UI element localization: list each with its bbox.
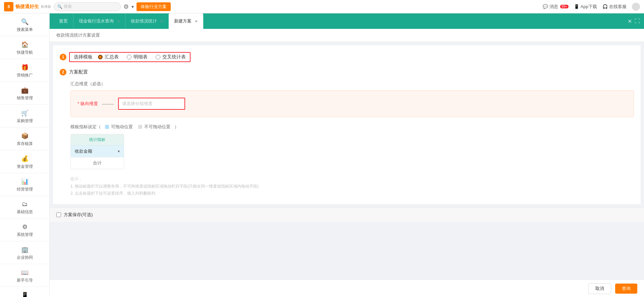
settings-icon[interactable]: ⚙ — [123, 3, 129, 10]
sidebar-label-finance: 资金管理 — [17, 164, 33, 169]
sidebar-item-hardware[interactable]: 📱 智能硬件 — [0, 287, 49, 297]
content-area: 首页 现金银行流水查询 ✕ 收款情况统计 ✕ 新建方案 ✕ ✕ ⛶ — [50, 13, 644, 297]
search-placeholder: 搜索 — [64, 4, 72, 9]
sidebar-label-nav: 快捷导航 — [17, 50, 33, 55]
section1-num: 1 — [60, 54, 66, 60]
tab-bank[interactable]: 现金银行流水查询 ✕ — [73, 13, 125, 29]
phone-icon: 📱 — [21, 292, 29, 297]
radio-summary-label: 汇总表 — [105, 54, 119, 60]
gear-icon: ⚙ — [22, 223, 28, 231]
sidebar-label-system: 系统管理 — [17, 232, 33, 238]
tab-home-label: 首页 — [59, 18, 68, 24]
tab-expand-icon[interactable]: ⛶ — [635, 18, 640, 24]
indicator-dropdown-icon[interactable]: ▾ — [118, 149, 120, 154]
radio-detail-label: 明细表 — [133, 54, 148, 60]
search-menu-icon: 🔍 — [21, 18, 29, 26]
tab-bank-close[interactable]: ✕ — [117, 19, 120, 23]
sidebar-item-system[interactable]: ⚙ 系统管理 — [0, 218, 49, 241]
tab-new-close[interactable]: ✕ — [195, 19, 198, 23]
service-item[interactable]: 🎧 在线客服 — [602, 4, 627, 10]
save-section: 方案保存(可选) — [50, 207, 644, 222]
indicator-table-header: 统计指标 — [71, 134, 124, 145]
legend-draggable-label: 可拖动位置 — [111, 124, 133, 130]
sidebar-label-basic: 基础信息 — [17, 209, 33, 215]
tab-bank-label: 现金银行流水查询 — [79, 18, 114, 24]
sidebar-item-search[interactable]: 🔍 搜索菜单 — [0, 13, 49, 36]
sidebar-item-purchase[interactable]: 🛒 采购管理 — [0, 105, 49, 128]
form-area: 1 选择模板 汇总表 明细表 — [53, 45, 641, 204]
building-icon: 🏢 — [21, 246, 29, 253]
radio-summary[interactable]: 汇总表 — [98, 54, 119, 60]
indicator-cell-amount[interactable]: 收款金额 ▾ — [71, 145, 124, 157]
tab-home[interactable]: 首页 — [54, 13, 73, 29]
sidebar-label-sales: 销售管理 — [17, 95, 33, 101]
sidebar-item-nav[interactable]: 🏠 快捷导航 — [0, 36, 49, 59]
book-icon: 📖 — [21, 269, 29, 276]
indicator-label: 收款金额 — [75, 148, 92, 154]
sidebar-item-inventory[interactable]: 📦 库存核算 — [0, 128, 49, 150]
industry-btn[interactable]: 体验行业方案 — [137, 2, 171, 11]
cancel-button[interactable]: 取消 — [588, 283, 611, 294]
briefcase-icon: 💼 — [21, 87, 29, 94]
tab-bar-actions: ✕ ⛶ — [628, 18, 640, 24]
notification-label: 消息 — [549, 4, 558, 10]
tab-receipt[interactable]: 收款情况统计 ✕ — [125, 13, 169, 29]
radio-detail[interactable]: 明细表 — [127, 54, 148, 60]
sidebar-item-guide[interactable]: 📖 新手引导 — [0, 264, 49, 287]
notification-item[interactable]: 💬 消息 99+ — [543, 4, 569, 10]
logo-text: 畅捷通好生 — [15, 4, 39, 10]
section1-label: 选择模板 汇总表 明细表 — [69, 52, 191, 62]
sidebar-item-corp[interactable]: 🏢 企业协同 — [0, 241, 49, 264]
dim-input[interactable]: 请选择分组维度 — [118, 98, 185, 110]
sidebar-item-basic[interactable]: 🗂 基础信息 — [0, 196, 49, 218]
section1-title: 1 选择模板 汇总表 明细表 — [60, 52, 634, 62]
radio-cross-label: 交叉统计表 — [162, 54, 186, 60]
indicator-table: 统计指标 收款金额 ▾ 合计 — [70, 134, 124, 169]
dim-title-text: 汇总维度（必选） — [70, 81, 105, 86]
page-header-text: 收款情况统计方案设置 — [56, 33, 100, 38]
section2-num: 2 — [60, 69, 66, 76]
tab-receipt-close[interactable]: ✕ — [160, 19, 163, 23]
legend-dot-non-draggable — [138, 125, 142, 129]
download-item[interactable]: 📱 App下载 — [574, 4, 597, 10]
download-icon: 📱 — [574, 4, 579, 9]
radio-summary-input[interactable] — [98, 55, 103, 59]
top-actions: 💬 消息 99+ 📱 App下载 🎧 在线客服 — [543, 3, 640, 11]
dimension-area: * 纵向维度 —— 请选择分组维度 — [70, 90, 634, 117]
section2: 2 方案配置 汇总维度（必选） * 纵向维度 —— 请选择分组维度 — [60, 69, 634, 197]
dim-arrow: —— — [102, 100, 114, 107]
tab-receipt-label: 收款情况统计 — [131, 18, 157, 24]
service-icon: 🎧 — [602, 4, 608, 9]
radio-cross-input[interactable] — [156, 55, 160, 59]
section1-text: 选择模板 — [74, 54, 93, 60]
legend-non-draggable-label: 不可拖动位置 — [144, 124, 170, 130]
tips-title: 提示： — [70, 177, 83, 181]
sidebar-label-operation: 经营管理 — [17, 187, 33, 192]
radio-cross[interactable]: 交叉统计表 — [156, 54, 186, 60]
chart-icon: 📊 — [21, 178, 29, 185]
query-button[interactable]: 查询 — [615, 284, 637, 294]
dropdown-icon[interactable]: ▾ — [131, 4, 134, 9]
sidebar-label-corp: 企业协同 — [17, 255, 33, 260]
tab-new[interactable]: 新建方案 ✕ — [169, 13, 203, 29]
dim-section-title: 汇总维度（必选） — [70, 81, 634, 87]
user-item[interactable] — [632, 3, 640, 11]
notification-icon: 💬 — [543, 4, 548, 9]
radio-detail-input[interactable] — [127, 55, 131, 59]
service-label: 在线客服 — [609, 4, 627, 10]
sidebar-label-marketing: 营销推广 — [17, 72, 33, 78]
tab-bar: 首页 现金银行流水查询 ✕ 收款情况统计 ✕ 新建方案 ✕ ✕ ⛶ — [50, 13, 644, 29]
search-icon: 🔍 — [57, 4, 62, 9]
sidebar-item-operation[interactable]: 📊 经营管理 — [0, 173, 49, 196]
logo-badge: 标准版 — [41, 4, 51, 9]
subtotal-label: 合计 — [93, 160, 102, 165]
sidebar-item-sales[interactable]: 💼 销售管理 — [0, 82, 49, 105]
sidebar-label-search: 搜索菜单 — [17, 27, 33, 33]
save-label: 方案保存(可选) — [64, 212, 93, 218]
tab-close-icon[interactable]: ✕ — [628, 18, 632, 24]
sidebar-item-marketing[interactable]: 🎁 营销推广 — [0, 59, 49, 82]
search-bar[interactable]: 🔍 搜索 — [54, 2, 121, 11]
box-icon: 📦 — [21, 132, 29, 140]
save-checkbox[interactable] — [56, 212, 61, 217]
sidebar-item-finance[interactable]: 💰 资金管理 — [0, 150, 49, 173]
